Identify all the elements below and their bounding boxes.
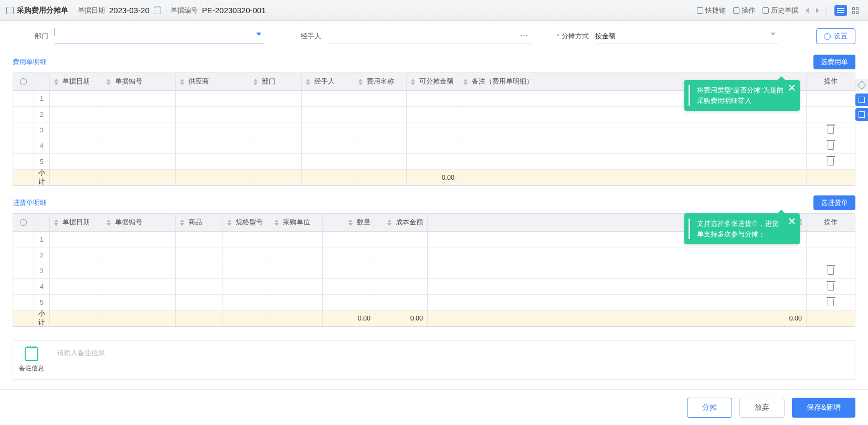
purchase-subtotal-cost: 0.00 bbox=[375, 310, 428, 326]
prev-doc-button[interactable] bbox=[806, 8, 809, 13]
subtotal-row: 小计0.000.000.00 bbox=[13, 310, 855, 326]
doc-number-value: PE-20230320-001 bbox=[202, 6, 266, 15]
expand-button-2[interactable] bbox=[855, 108, 868, 121]
remarks-textarea[interactable] bbox=[50, 341, 855, 379]
text-cursor bbox=[55, 28, 55, 36]
table-row[interactable]: 5 bbox=[13, 154, 855, 170]
operate-button[interactable]: 操作 bbox=[733, 6, 755, 15]
table-row[interactable]: 3 bbox=[13, 122, 855, 138]
doc-number-field: 单据编号 PE-20230320-001 bbox=[171, 6, 266, 15]
keyboard-icon bbox=[697, 7, 703, 14]
calendar-icon[interactable] bbox=[154, 7, 161, 14]
close-icon[interactable] bbox=[788, 84, 796, 91]
trash-icon[interactable] bbox=[828, 267, 834, 275]
expand-icon bbox=[859, 97, 865, 103]
settings-button[interactable]: 设置 bbox=[816, 28, 855, 44]
handler-select[interactable]: ··· bbox=[327, 28, 532, 44]
col-date[interactable]: 单据日期 bbox=[50, 73, 102, 90]
attachment-button[interactable] bbox=[855, 79, 868, 91]
select-expense-button[interactable]: 选费用单 bbox=[813, 55, 855, 69]
col-row-index bbox=[34, 214, 50, 231]
remarks-label: 备注信息 bbox=[19, 364, 44, 373]
remarks-panel: 备注信息 bbox=[13, 340, 855, 380]
select-purchase-button[interactable]: 选进货单 bbox=[813, 195, 855, 210]
table-row[interactable]: 4 bbox=[13, 279, 855, 295]
table-row[interactable]: 3 bbox=[13, 263, 855, 279]
trash-icon[interactable] bbox=[828, 127, 834, 134]
col-docno[interactable]: 单据编号 bbox=[102, 214, 176, 231]
page-title-text: 采购费用分摊单 bbox=[17, 6, 68, 15]
shortcut-button[interactable]: 快捷键 bbox=[697, 6, 726, 15]
doc-date-label: 单据日期 bbox=[78, 6, 105, 15]
col-amount[interactable]: 可分摊金额 bbox=[407, 73, 459, 90]
method-value: 按金额 bbox=[595, 32, 616, 40]
divider bbox=[827, 6, 827, 15]
trash-icon[interactable] bbox=[828, 283, 834, 291]
subtotal-row: 小计0.00 bbox=[13, 170, 855, 185]
table-row[interactable]: 5 bbox=[13, 295, 855, 310]
page-title: 采购费用分摊单 bbox=[6, 6, 68, 15]
history-icon bbox=[763, 7, 769, 14]
expense-section-title: 费用单明细 bbox=[13, 57, 47, 67]
table-settings-button[interactable] bbox=[13, 73, 34, 90]
col-dept[interactable]: 部门 bbox=[249, 73, 302, 90]
document-icon bbox=[6, 7, 14, 14]
discard-button[interactable]: 放弃 bbox=[739, 398, 785, 418]
col-date[interactable]: 单据日期 bbox=[50, 214, 102, 231]
cog-icon bbox=[733, 7, 739, 14]
col-row-index bbox=[34, 73, 50, 90]
tooltip-text: 将费用类型“是否分摊”为是的采购费用明细带入 bbox=[697, 85, 784, 106]
gear-icon bbox=[824, 33, 831, 40]
save-new-button[interactable]: 保存&新增 bbox=[792, 398, 855, 418]
trash-icon[interactable] bbox=[828, 142, 834, 150]
gear-icon bbox=[20, 219, 27, 226]
doc-date-field: 单据日期 2023-03-20 bbox=[78, 6, 161, 15]
form-row: 部门 经手人 ··· 分摊方式 按金额 设置 bbox=[0, 21, 868, 50]
note-icon bbox=[25, 347, 38, 361]
col-handler[interactable]: 经手人 bbox=[302, 73, 354, 90]
ellipsis-icon[interactable]: ··· bbox=[520, 32, 529, 39]
table-settings-button[interactable] bbox=[13, 214, 34, 231]
history-button[interactable]: 历史单据 bbox=[763, 6, 798, 15]
purchase-subtotal-qty: 0.00 bbox=[323, 310, 375, 326]
expense-section: 费用单明细 选费用单 单据日期 单据编号 供应商 部门 经手人 费用名称 可分摊… bbox=[0, 55, 868, 191]
view-list-toggle[interactable] bbox=[834, 5, 847, 16]
trash-icon[interactable] bbox=[828, 158, 834, 165]
col-spec[interactable]: 规格型号 bbox=[223, 214, 270, 231]
expense-tooltip: 将费用类型“是否分摊”为是的采购费用明细带入 bbox=[684, 80, 800, 111]
col-cost[interactable]: 成本金额 bbox=[375, 214, 428, 231]
expense-subtotal-amount: 0.00 bbox=[407, 170, 459, 185]
col-unit[interactable]: 采购单位 bbox=[270, 214, 323, 231]
footer-bar: 分摊 放弃 保存&新增 bbox=[0, 389, 868, 425]
chevron-down-icon[interactable] bbox=[256, 33, 261, 36]
side-toolbar bbox=[855, 79, 868, 121]
link-icon bbox=[858, 81, 866, 90]
dept-label: 部门 bbox=[13, 32, 55, 41]
handler-label: 经手人 bbox=[285, 32, 327, 41]
dept-select[interactable] bbox=[55, 28, 264, 44]
header-bar: 采购费用分摊单 单据日期 2023-03-20 单据编号 PE-20230320… bbox=[0, 0, 868, 21]
gear-icon bbox=[20, 78, 27, 85]
view-card-toggle[interactable] bbox=[849, 5, 862, 16]
close-icon[interactable] bbox=[788, 217, 796, 225]
expand-icon bbox=[859, 111, 865, 118]
col-product[interactable]: 商品 bbox=[176, 214, 223, 231]
doc-number-label: 单据编号 bbox=[171, 6, 198, 15]
trash-icon[interactable] bbox=[828, 299, 834, 306]
tooltip-text: 支持选择多张进货单，进货单支持多次参与分摊； bbox=[697, 219, 784, 239]
col-action: 操作 bbox=[807, 214, 855, 231]
chevron-down-icon[interactable] bbox=[770, 33, 776, 36]
allocate-button[interactable]: 分摊 bbox=[687, 398, 732, 418]
table-row[interactable]: 4 bbox=[13, 138, 855, 154]
table-row[interactable]: 2 bbox=[13, 247, 855, 263]
purchase-tooltip: 支持选择多张进货单，进货单支持多次参与分摊； bbox=[684, 213, 800, 244]
col-supplier[interactable]: 供应商 bbox=[176, 73, 249, 90]
purchase-subtotal-alloc: 0.00 bbox=[428, 310, 807, 326]
expand-button-1[interactable] bbox=[855, 94, 868, 106]
col-qty[interactable]: 数量 bbox=[323, 214, 375, 231]
col-docno[interactable]: 单据编号 bbox=[102, 73, 176, 90]
method-select[interactable]: 按金额 bbox=[595, 28, 779, 44]
next-doc-button[interactable] bbox=[816, 8, 819, 13]
col-name[interactable]: 费用名称 bbox=[354, 73, 407, 90]
doc-date-value[interactable]: 2023-03-20 bbox=[109, 6, 150, 15]
